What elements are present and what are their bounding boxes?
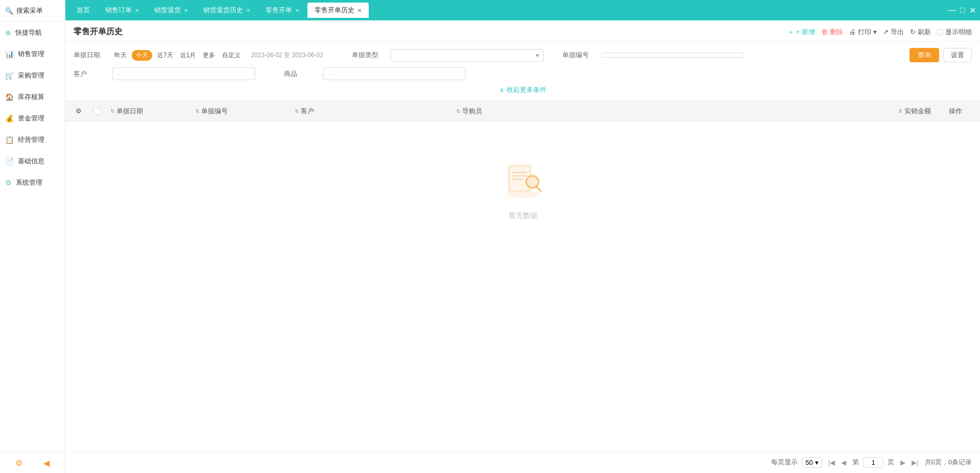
sidebar-item-sales-mgmt[interactable]: 📊 销售管理 xyxy=(0,43,65,65)
page-suffix: 页 xyxy=(886,457,896,468)
operations-icon: 📋 xyxy=(5,136,14,144)
sidebar-item-label: 快捷导航 xyxy=(15,28,42,37)
delete-button[interactable]: 🗑 删除 xyxy=(821,28,843,37)
collapse-sidebar-icon[interactable]: ◀ xyxy=(43,458,50,468)
empty-state: 暂无数据 xyxy=(65,121,980,251)
sidebar-item-operations[interactable]: 📋 经营管理 xyxy=(0,129,65,151)
print-icon: 🖨 xyxy=(849,28,856,36)
table-container: ⚙ ⇅ 单据日期 ⇅ 单据编号 ⇅ 客户 ⇅ xyxy=(65,101,980,473)
export-button[interactable]: ↗ 导出 xyxy=(883,28,904,37)
date-btn-custom[interactable]: 自定义 xyxy=(220,50,243,61)
th-settings[interactable]: ⚙ xyxy=(69,107,88,115)
settings-icon[interactable]: ⚙ xyxy=(15,458,22,468)
filter-row-1: 单据日期 昨天 今天 近7天 近1月 更多 自定义 2023-06-02 至 2… xyxy=(74,48,972,62)
th-checkbox[interactable] xyxy=(88,108,106,115)
th-guide[interactable]: ⇅ 导购员 xyxy=(452,107,537,116)
setting-button[interactable]: 设置 xyxy=(943,48,972,62)
order-type-select[interactable]: ▾ xyxy=(391,49,544,62)
inventory-icon: 🏠 xyxy=(5,93,14,101)
maximize-button[interactable]: □ xyxy=(960,6,965,15)
search-icon: 🔍 xyxy=(5,7,13,15)
gear-icon: ⚙ xyxy=(76,107,82,115)
tab-sales-order-close[interactable]: ✕ xyxy=(135,8,139,13)
tab-sales-return-close[interactable]: ✕ xyxy=(184,8,188,13)
th-amount[interactable]: ⇅ 实销金额 xyxy=(850,107,935,116)
add-button[interactable]: ＋ + 新增 xyxy=(787,28,815,37)
display-detail-label: 显示明细 xyxy=(945,28,972,37)
sidebar-item-sys-mgmt[interactable]: ⚙ 系统管理 xyxy=(0,172,65,193)
tab-home[interactable]: 首页 xyxy=(69,3,97,18)
tab-retail-open[interactable]: 零售开单 ✕ xyxy=(258,3,306,18)
delete-label: 删除 xyxy=(830,28,843,37)
select-all-checkbox[interactable] xyxy=(93,108,101,115)
date-btn-7days[interactable]: 近7天 xyxy=(155,50,175,61)
collapse-more-btn[interactable]: ∧ 收起更多条件 xyxy=(74,85,972,94)
refresh-button[interactable]: ↻ 刷新 xyxy=(910,28,931,37)
tab-retail-open-history[interactable]: 零售开单历史 ✕ xyxy=(307,3,369,18)
checkbox-icon xyxy=(937,29,943,35)
sidebar-item-inventory[interactable]: 🏠 库存核算 xyxy=(0,86,65,108)
last-page-button[interactable]: ▶| xyxy=(910,458,920,467)
per-page-label: 每页显示 xyxy=(771,458,798,467)
th-customer[interactable]: ⇅ 客户 xyxy=(291,107,451,116)
date-btn-1month[interactable]: 近1月 xyxy=(178,50,198,61)
per-page-value: 50 xyxy=(805,459,812,466)
print-label: 打印 xyxy=(858,28,871,37)
next-page-button[interactable]: ▶ xyxy=(898,458,907,467)
tab-retail-open-history-label: 零售开单历史 xyxy=(315,6,354,15)
date-btn-more[interactable]: 更多 xyxy=(201,50,217,61)
sidebar-item-label: 采购管理 xyxy=(18,71,44,80)
export-label: 导出 xyxy=(891,28,904,37)
sys-icon: ⚙ xyxy=(5,179,12,187)
page-number-input[interactable] xyxy=(863,457,883,468)
total-info: 共0页，0条记录 xyxy=(925,458,972,467)
sidebar-item-label: 销售管理 xyxy=(18,49,44,59)
tab-sales-return[interactable]: 销货退货 ✕ xyxy=(147,3,195,18)
goods-input[interactable]: ··· xyxy=(323,67,466,80)
sort-icon: ⇅ xyxy=(110,108,114,114)
tab-retail-open-history-close[interactable]: ✕ xyxy=(357,8,362,13)
sales-icon: 📊 xyxy=(5,50,14,58)
close-button[interactable]: ✕ xyxy=(969,6,976,15)
sidebar-item-quick-nav[interactable]: ⊕ 快捷导航 xyxy=(0,22,65,43)
date-btn-today[interactable]: 今天 xyxy=(132,50,152,61)
main-area: 首页 销售订单 ✕ 销货退货 ✕ 销货退货历史 ✕ 零售开单 ✕ 零售开单历史 … xyxy=(65,0,980,473)
print-arrow-icon: ▾ xyxy=(873,28,877,36)
finance-icon: 💰 xyxy=(5,114,14,122)
tab-sales-return-label: 销货退货 xyxy=(154,6,181,15)
sidebar-item-finance[interactable]: 💰 资金管理 xyxy=(0,108,65,129)
customer-label: 客户 xyxy=(74,69,104,79)
per-page-select[interactable]: 50 ▾ xyxy=(802,457,822,468)
display-detail-toggle[interactable]: 显示明细 xyxy=(937,28,972,37)
query-button[interactable]: 查询 xyxy=(910,48,939,62)
date-filter-buttons: 昨天 今天 近7天 近1月 更多 自定义 xyxy=(112,50,243,61)
sidebar-item-basic-info[interactable]: 📄 基础信息 xyxy=(0,151,65,172)
customer-placeholder: ··· xyxy=(117,70,123,78)
sort-icon: ⇅ xyxy=(195,108,199,114)
add-icon: ＋ xyxy=(787,28,794,37)
tab-sales-return-history-close[interactable]: ✕ xyxy=(246,8,250,13)
sidebar-search[interactable]: 🔍 搜索采单 xyxy=(0,0,65,22)
minimize-button[interactable]: — xyxy=(948,6,956,15)
empty-text: 暂无数据 xyxy=(509,211,537,220)
page-prefix: 第 xyxy=(850,457,861,468)
th-ordernum[interactable]: ⇅ 单据编号 xyxy=(191,107,291,116)
goods-placeholder: ··· xyxy=(327,70,333,78)
tab-sales-order[interactable]: 销售订单 ✕ xyxy=(98,3,146,18)
date-btn-yesterday[interactable]: 昨天 xyxy=(112,50,129,61)
sidebar: 🔍 搜索采单 ⊕ 快捷导航 📊 销售管理 🛒 采购管理 🏠 库存核算 💰 资金管… xyxy=(0,0,65,473)
th-date[interactable]: ⇅ 单据日期 xyxy=(106,107,191,116)
prev-page-button[interactable]: ◀ xyxy=(839,458,848,467)
sidebar-item-purchase-mgmt[interactable]: 🛒 采购管理 xyxy=(0,65,65,86)
basic-info-icon: 📄 xyxy=(5,157,14,165)
window-controls: — □ ✕ xyxy=(948,6,976,15)
pagination: 每页显示 50 ▾ |◀ ◀ 第 页 ▶ ▶| 共0页，0条记录 xyxy=(65,451,980,473)
sidebar-item-label: 资金管理 xyxy=(18,114,44,123)
order-num-input[interactable] xyxy=(601,53,744,58)
print-button[interactable]: 🖨 打印 ▾ xyxy=(849,28,877,37)
tab-sales-return-history[interactable]: 销货退货历史 ✕ xyxy=(196,3,257,18)
tab-retail-open-close[interactable]: ✕ xyxy=(295,8,299,13)
first-page-button[interactable]: |◀ xyxy=(826,458,837,467)
customer-input[interactable]: ··· xyxy=(112,67,255,80)
purchase-icon: 🛒 xyxy=(5,71,14,80)
